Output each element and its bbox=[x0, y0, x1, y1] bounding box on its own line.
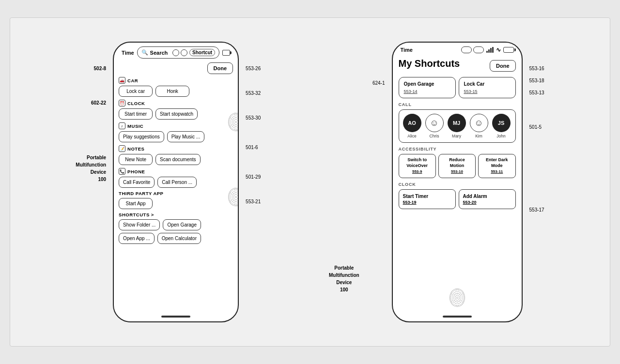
avatar-mary: MJ bbox=[448, 114, 466, 132]
avatar-kim: ☺ bbox=[470, 114, 488, 132]
section-phone: 📞 PHONE bbox=[119, 168, 233, 175]
notes-buttons: New Note Scan documents bbox=[119, 154, 233, 165]
lock-car-tile[interactable]: Lock Car 553-15 bbox=[459, 77, 516, 98]
contact-name-kim: Kim bbox=[475, 134, 482, 138]
contact-mary[interactable]: MJ Mary bbox=[448, 114, 466, 138]
home-indicator-right bbox=[443, 316, 472, 318]
left-phone-content: Done 🚗 CAR Lock car Honk ⏰ CLOCK Star bbox=[114, 61, 238, 301]
contact-john[interactable]: JS John bbox=[492, 114, 511, 138]
open-garage-tile[interactable]: Open Garage 553-14 bbox=[399, 77, 456, 98]
show-folder-btn[interactable]: Show Folder ... bbox=[119, 219, 160, 230]
right-phone: Time ∿ bbox=[392, 42, 523, 322]
annotation-553-16: 553-16 bbox=[529, 66, 544, 71]
contact-alice[interactable]: AO Alice bbox=[403, 114, 421, 138]
open-app-btn[interactable]: Open App ... bbox=[119, 233, 155, 244]
open-calculator-btn[interactable]: Open Calculator bbox=[157, 233, 201, 244]
annotation-553-21: 553-21 bbox=[246, 199, 261, 204]
done-button-right[interactable]: Done bbox=[490, 60, 516, 72]
section-music: ♪ MUSIC bbox=[119, 122, 233, 129]
call-section: AO Alice ☺ Chris MJ Mary ☺ bbox=[399, 109, 516, 143]
accessibility-section: Switch to VoiceOver 553-9 Reduce Motion … bbox=[399, 154, 516, 178]
clock-icon: ⏰ bbox=[119, 100, 125, 106]
voiceover-tile[interactable]: Switch to VoiceOver 553-9 bbox=[399, 154, 436, 178]
avatar-alice: AO bbox=[403, 114, 421, 132]
annotation-624-1: 624-1 bbox=[372, 80, 385, 86]
contact-name-mary: Mary bbox=[452, 134, 461, 138]
search-bar[interactable]: 🔍 Search Shortcut bbox=[137, 46, 220, 59]
car-icon: 🚗 bbox=[119, 77, 125, 84]
section-notes: 📝 NOTES bbox=[119, 145, 233, 152]
music-buttons: Play suggestions Play Music ... bbox=[119, 131, 233, 142]
play-music-btn[interactable]: Play Music ... bbox=[167, 131, 204, 142]
time-left: Time bbox=[122, 50, 134, 56]
status-bar-left: Time 🔍 Search Shortcut bbox=[114, 43, 238, 61]
start-app-btn[interactable]: Start App bbox=[119, 198, 153, 209]
garage-car-section: Open Garage 553-14 Lock Car 553-15 bbox=[399, 77, 516, 98]
honk-btn[interactable]: Honk bbox=[155, 86, 189, 97]
contact-chris[interactable]: ☺ Chris bbox=[425, 114, 444, 138]
search-icon: 🔍 bbox=[141, 49, 148, 56]
section-car: 🚗 CAR bbox=[119, 77, 233, 84]
clock-buttons: Start timer Start stopwatch bbox=[119, 108, 233, 120]
home-indicator-left bbox=[161, 316, 190, 318]
dark-mode-tile[interactable]: Enter Dark Mode 553-11 bbox=[478, 154, 515, 178]
contact-kim[interactable]: ☺ Kim bbox=[470, 114, 488, 138]
annotation-553-18: 553-18 bbox=[529, 78, 544, 83]
shortcut-badge: Shortcut bbox=[189, 49, 215, 56]
contact-name-alice: Alice bbox=[407, 134, 416, 138]
annotation-501-6: 501-6 bbox=[246, 145, 261, 150]
shortcuts-row1: Show Folder ... Open Garage bbox=[119, 219, 233, 230]
section-shortcuts: SHORTCUTS > bbox=[119, 212, 233, 217]
third-party-buttons: Start App bbox=[119, 198, 233, 209]
shortcuts-row2: Open App ... Open Calculator bbox=[119, 233, 233, 244]
annotation-501-5: 501-5 bbox=[529, 124, 544, 130]
annotation-501-29: 501-29 bbox=[246, 174, 261, 180]
search-text: Search bbox=[150, 50, 170, 56]
annotation-device-label-left: PortableMultifunctionDevice100 bbox=[76, 154, 106, 183]
open-garage-btn[interactable]: Open Garage bbox=[163, 219, 201, 230]
my-shortcuts-title: My Shortcuts bbox=[399, 58, 460, 69]
contact-name-john: John bbox=[496, 134, 505, 138]
device-label-right: PortableMultifunctionDevice100 bbox=[329, 264, 359, 293]
start-timer-tile[interactable]: Start Timer 553-19 bbox=[399, 189, 456, 209]
annotation-602-22: 602-22 bbox=[76, 100, 106, 106]
notes-icon: 📝 bbox=[119, 145, 125, 152]
new-note-btn[interactable]: New Note bbox=[119, 154, 153, 165]
call-person-btn[interactable]: Call Person ... bbox=[157, 177, 197, 188]
play-suggestions-btn[interactable]: Play suggestions bbox=[119, 131, 164, 142]
car-buttons: Lock car Honk bbox=[119, 86, 233, 97]
contacts-grid: AO Alice ☺ Chris MJ Mary ☺ bbox=[403, 114, 512, 138]
scan-documents-btn[interactable]: Scan documents bbox=[155, 154, 201, 165]
fingerprint-right bbox=[450, 288, 465, 307]
done-button-left[interactable]: Done bbox=[207, 62, 233, 74]
clock-section: Start Timer 553-19 Add Alarm 553-20 bbox=[399, 189, 516, 209]
battery-icon bbox=[503, 47, 514, 53]
call-favorite-btn[interactable]: Call Favorite bbox=[119, 177, 155, 188]
reduce-motion-tile[interactable]: Reduce Motion 553-10 bbox=[438, 154, 476, 178]
annotation-502-8: 502-8 bbox=[76, 66, 106, 71]
annotation-553-30: 553-30 bbox=[246, 115, 261, 121]
lock-car-btn[interactable]: Lock car bbox=[119, 86, 153, 97]
annotation-553-26: 553-26 bbox=[246, 66, 261, 71]
contact-name-chris: Chris bbox=[430, 134, 439, 138]
annotation-553-32: 553-32 bbox=[246, 91, 261, 96]
phone-icon: 📞 bbox=[119, 168, 125, 175]
wifi-icon: ∿ bbox=[496, 46, 501, 53]
signal-bars bbox=[486, 47, 494, 53]
status-bar-right: Time ∿ bbox=[393, 43, 522, 55]
accessibility-label: ACCESSIBILITY bbox=[399, 147, 516, 152]
time-right: Time bbox=[401, 47, 413, 53]
avatar-john: JS bbox=[492, 114, 511, 132]
right-phone-content: My Shortcuts Done Open Garage 553-14 Loc… bbox=[393, 55, 522, 300]
add-alarm-tile[interactable]: Add Alarm 553-20 bbox=[459, 189, 516, 209]
annotation-553-13: 553-13 bbox=[529, 90, 544, 95]
start-stopwatch-btn[interactable]: Start stopwatch bbox=[155, 108, 198, 120]
music-icon: ♪ bbox=[119, 122, 125, 129]
avatar-chris: ☺ bbox=[425, 114, 444, 132]
phone-buttons: Call Favorite Call Person ... bbox=[119, 177, 233, 188]
start-timer-btn[interactable]: Start timer bbox=[119, 108, 153, 120]
section-third-party: THIRD PARTY APP bbox=[119, 191, 233, 196]
section-clock: ⏰ CLOCK bbox=[119, 100, 233, 106]
annotation-553-17: 553-17 bbox=[529, 207, 544, 212]
call-label: CALL bbox=[399, 102, 516, 107]
